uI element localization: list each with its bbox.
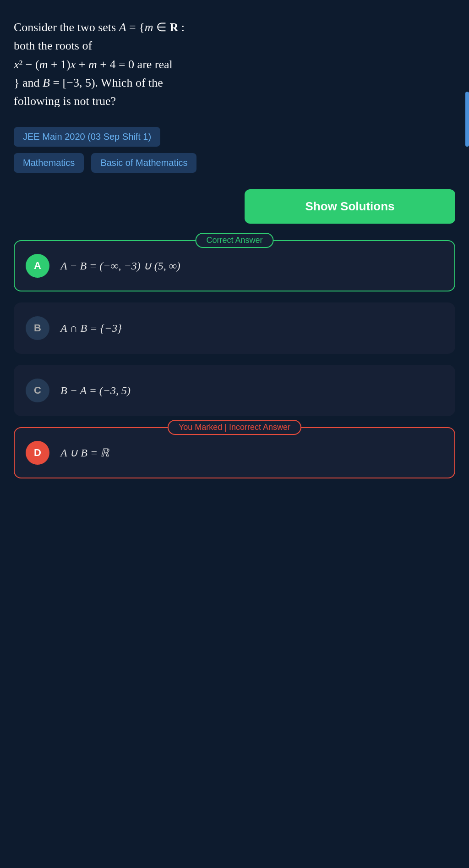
option-card-b[interactable]: B A ∩ B = {−3}	[14, 302, 455, 354]
option-card-a[interactable]: Correct Answer A A − B = (−∞, −3) ∪ (5, …	[14, 240, 455, 291]
question-line2: both the roots of	[14, 39, 92, 52]
scrollbar[interactable]	[465, 92, 469, 147]
question-line4: } and B = [−3, 5). Which of the	[14, 76, 163, 89]
tag-topic[interactable]: Basic of Mathematics	[91, 153, 196, 173]
option-letter-a: A	[26, 254, 49, 278]
option-card-d[interactable]: You Marked | Incorrect Answer D A ∪ B = …	[14, 427, 455, 478]
incorrect-answer-badge: You Marked | Incorrect Answer	[168, 420, 301, 435]
question-text: Consider the two sets A = {m ∈ R : both …	[14, 18, 455, 110]
tag-row-1: JEE Main 2020 (03 Sep Shift 1)	[14, 127, 455, 147]
option-math-a: A − B = (−∞, −3) ∪ (5, ∞)	[60, 259, 180, 272]
question-line3: x² − (m + 1)x + m + 4 = 0 are real	[14, 58, 173, 71]
show-solutions-button[interactable]: Show Solutions	[245, 189, 455, 224]
tag-exam[interactable]: JEE Main 2020 (03 Sep Shift 1)	[14, 127, 160, 147]
option-letter-c: C	[26, 379, 49, 402]
page-container: Consider the two sets A = {m ∈ R : both …	[0, 0, 469, 506]
option-math-c: B − A = (−3, 5)	[60, 385, 131, 397]
question-line1: Consider the two sets A = {m ∈ R :	[14, 21, 185, 34]
option-math-d: A ∪ B = ℝ	[60, 446, 109, 459]
option-letter-d: D	[26, 441, 49, 465]
correct-answer-badge: Correct Answer	[195, 233, 273, 248]
tag-subject[interactable]: Mathematics	[14, 153, 84, 173]
answer-options: Correct Answer A A − B = (−∞, −3) ∪ (5, …	[14, 240, 455, 478]
option-letter-b: B	[26, 316, 49, 340]
option-math-b: A ∩ B = {−3}	[60, 322, 122, 335]
option-card-c[interactable]: C B − A = (−3, 5)	[14, 365, 455, 416]
tag-row-2: Mathematics Basic of Mathematics	[14, 153, 455, 173]
question-line5: following is not true?	[14, 94, 116, 108]
